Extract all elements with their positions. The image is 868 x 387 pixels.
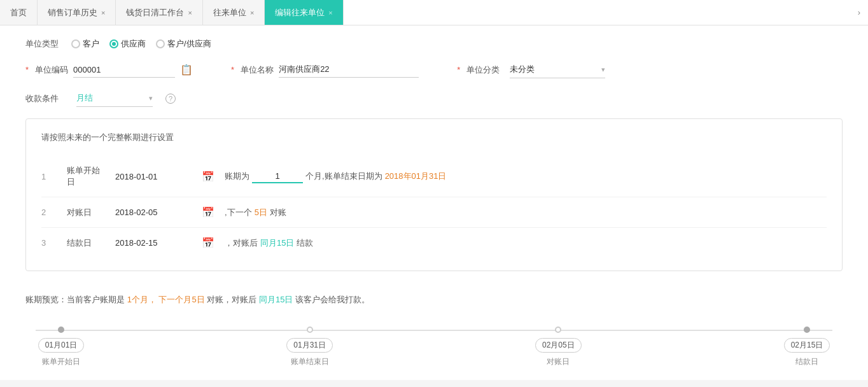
timeline-line bbox=[36, 330, 832, 331]
timeline-label-2: 账单结束日 bbox=[291, 356, 329, 367]
unit-code-field: * 单位编码 📋 bbox=[25, 62, 193, 78]
unit-type-radio-group: 客户 供应商 客户/供应商 bbox=[71, 38, 211, 50]
unit-category-dropdown[interactable]: 未分类 ▾ bbox=[510, 61, 605, 78]
timeline-node-4: 02月15日 结款日 bbox=[781, 321, 832, 367]
timeline-dot-1 bbox=[58, 327, 64, 333]
timeline: 01月01日 账单开始日 01月31日 账单结束日 02月05日 对账日 bbox=[25, 321, 843, 367]
radio-customer-circle bbox=[71, 39, 80, 48]
preview-section: 账期预览：当前客户账期是 1个月， 下一个月5日 对账，对账后 同月15日 该客… bbox=[25, 284, 843, 367]
tab-cash-work-label: 钱货日清工作台 bbox=[126, 7, 184, 18]
unit-code-label: 单位编码 bbox=[35, 64, 68, 76]
payment-terms-dropdown[interactable]: 月结 ▾ bbox=[76, 90, 153, 107]
payment-terms-arrow-icon: ▾ bbox=[149, 94, 153, 102]
row-1-type: 账单开始日 bbox=[67, 165, 105, 188]
tab-partner-close[interactable]: × bbox=[250, 9, 254, 17]
row-2-calendar-icon[interactable]: 📅 bbox=[202, 206, 214, 218]
radio-supplier-circle bbox=[109, 39, 118, 48]
timeline-node-2: 01月31日 账单结束日 bbox=[284, 321, 335, 367]
row-2-desc-prefix: ,下一个 bbox=[225, 207, 252, 218]
unit-code-copy-icon[interactable]: 📋 bbox=[180, 64, 193, 76]
row-1-date: 2018-01-01 bbox=[115, 172, 192, 181]
tab-home-label: 首页 bbox=[10, 7, 27, 18]
unit-code-input[interactable] bbox=[73, 62, 175, 78]
tab-more-button[interactable]: › bbox=[850, 0, 868, 25]
row-2-type: 对账日 bbox=[67, 207, 105, 218]
preview-part2: 下一个月5日 bbox=[158, 295, 204, 304]
timeline-dot-3 bbox=[555, 327, 561, 333]
row-1-highlight: 2018年01月31日 bbox=[385, 171, 447, 182]
tab-bar: 首页 销售订单历史 × 钱货日清工作台 × 往来单位 × 编辑往来单位 × › bbox=[0, 0, 868, 25]
timeline-label-4: 结款日 bbox=[795, 356, 818, 367]
row-3-num: 3 bbox=[41, 238, 57, 248]
tab-sales-history-close[interactable]: × bbox=[101, 9, 105, 17]
row-3-desc: ，对账后 同月15日 结款 bbox=[225, 237, 313, 249]
setting-row-3: 3 结款日 2018-02-15 📅 ，对账后 同月15日 结款 bbox=[41, 228, 827, 258]
radio-customer[interactable]: 客户 bbox=[71, 38, 99, 50]
unit-name-input[interactable] bbox=[279, 62, 419, 78]
tab-partner[interactable]: 往来单位 × bbox=[203, 0, 265, 25]
timeline-node-3: 02月05日 对账日 bbox=[533, 321, 584, 367]
tab-edit-partner-close[interactable]: × bbox=[328, 9, 332, 17]
payment-terms-row: 收款条件 月结 ▾ ? bbox=[25, 90, 843, 107]
payment-terms-value: 月结 bbox=[76, 92, 146, 104]
period-input[interactable] bbox=[252, 170, 303, 183]
radio-customer-label: 客户 bbox=[83, 38, 99, 50]
row-1-desc-prefix: 账期为 bbox=[225, 171, 249, 182]
unit-category-field: * 单位分类 未分类 ▾ bbox=[457, 61, 605, 78]
tab-sales-history[interactable]: 销售订单历史 × bbox=[38, 0, 116, 25]
preview-part4: 同月15日 bbox=[259, 295, 293, 304]
row-1-calendar-icon[interactable]: 📅 bbox=[202, 171, 214, 183]
row-3-calendar-icon[interactable]: 📅 bbox=[202, 237, 214, 249]
radio-supplier[interactable]: 供应商 bbox=[109, 38, 146, 50]
row-3-highlight: 同月15日 bbox=[260, 237, 294, 249]
tab-partner-label: 往来单位 bbox=[213, 7, 246, 18]
preview-part5: 该客户会给我打款。 bbox=[295, 295, 370, 304]
unit-name-label: 单位名称 bbox=[241, 64, 274, 76]
settings-section: 请按照未来的一个完整帐期进行设置 1 账单开始日 2018-01-01 📅 账期… bbox=[25, 118, 843, 271]
radio-customer-supplier[interactable]: 客户/供应商 bbox=[156, 38, 211, 50]
radio-supplier-label: 供应商 bbox=[121, 38, 146, 50]
tab-home[interactable]: 首页 bbox=[0, 0, 38, 25]
preview-text: 账期预览：当前客户账期是 1个月， 下一个月5日 对账，对账后 同月15日 该客… bbox=[25, 294, 843, 306]
row-2-num: 2 bbox=[41, 208, 57, 217]
row-2-desc-suffix: 对账 bbox=[270, 207, 286, 218]
row-3-desc-prefix: ，对账后 bbox=[225, 237, 258, 249]
main-content: 单位类型 客户 供应商 客户/供应商 * 单位编码 📋 * bbox=[0, 25, 868, 380]
row-3-desc-suffix: 结款 bbox=[297, 237, 313, 249]
preview-label: 账期预览：当前客户账期是 bbox=[25, 295, 125, 304]
timeline-dot-2 bbox=[307, 327, 313, 333]
timeline-badge-1: 01月01日 bbox=[38, 338, 85, 353]
code-name-category-row: * 单位编码 📋 * 单位名称 * 单位分类 未分类 ▾ bbox=[25, 61, 843, 78]
help-icon[interactable]: ? bbox=[165, 94, 176, 104]
tab-sales-history-label: 销售订单历史 bbox=[48, 7, 97, 18]
row-1-num: 1 bbox=[41, 172, 57, 181]
tab-edit-partner[interactable]: 编辑往来单位 × bbox=[265, 0, 343, 25]
tab-cash-work-close[interactable]: × bbox=[188, 9, 192, 17]
tab-cash-work[interactable]: 钱货日清工作台 × bbox=[116, 0, 202, 25]
timeline-label-1: 账单开始日 bbox=[42, 356, 80, 367]
setting-row-2: 2 对账日 2018-02-05 📅 ,下一个 5日 对账 bbox=[41, 197, 827, 228]
tab-edit-partner-label: 编辑往来单位 bbox=[275, 7, 325, 18]
unit-type-row: 单位类型 客户 供应商 客户/供应商 bbox=[25, 38, 843, 50]
row-1-desc-suffix: 个月,账单结束日期为 bbox=[305, 171, 382, 182]
unit-category-value: 未分类 bbox=[510, 64, 599, 75]
unit-category-label: 单位分类 bbox=[466, 64, 500, 76]
payment-terms-label: 收款条件 bbox=[25, 93, 59, 104]
section-title: 请按照未来的一个完整帐期进行设置 bbox=[41, 132, 827, 143]
timeline-dot-4 bbox=[804, 327, 810, 333]
row-2-highlight: 5日 bbox=[255, 207, 267, 218]
timeline-badge-4: 02月15日 bbox=[784, 338, 830, 353]
radio-customer-supplier-label: 客户/供应商 bbox=[167, 38, 211, 50]
unit-category-arrow-icon: ▾ bbox=[601, 66, 605, 74]
unit-category-required: * bbox=[457, 65, 460, 74]
preview-part1: 1个月， bbox=[127, 295, 157, 304]
setting-row-1: 1 账单开始日 2018-01-01 📅 账期为 个月,账单结束日期为 2018… bbox=[41, 156, 827, 197]
row-3-type: 结款日 bbox=[67, 237, 105, 249]
timeline-badge-3: 02月05日 bbox=[535, 338, 582, 353]
preview-part3: 对账，对账后 bbox=[207, 295, 256, 304]
radio-customer-supplier-circle bbox=[156, 39, 165, 48]
timeline-label-3: 对账日 bbox=[547, 356, 570, 367]
timeline-badge-2: 01月31日 bbox=[286, 338, 333, 353]
row-3-date: 2018-02-15 bbox=[115, 238, 192, 248]
row-2-date: 2018-02-05 bbox=[115, 208, 192, 217]
